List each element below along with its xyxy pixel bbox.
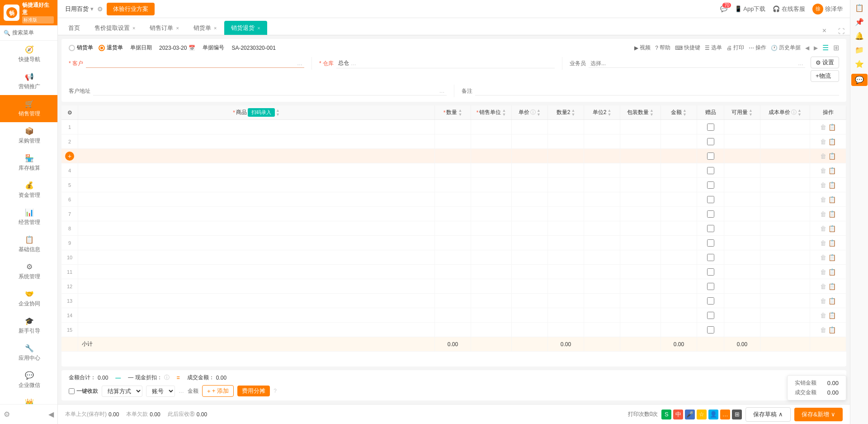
sidebar-item-collab[interactable]: 🤝 企业协同 [0,285,57,312]
delete-row-icon[interactable]: 🗑 [820,254,826,261]
gift-checkbox[interactable] [707,124,714,131]
action-shortcut-btn[interactable]: ⌨ 快捷键 [675,44,700,52]
gift-checkbox[interactable] [707,326,714,333]
price-cell[interactable] [512,134,548,149]
nav-next-btn[interactable]: ▶ [814,45,818,51]
qty-cell[interactable] [435,134,471,149]
qty2-cell[interactable] [548,120,584,134]
right-panel-item-3[interactable]: 🔔 [855,32,864,40]
onepay-check[interactable] [69,388,75,394]
qty-cell[interactable] [435,120,471,134]
product-cell[interactable] [78,163,435,178]
product-cell[interactable] [78,207,435,221]
search-menu-button[interactable]: 🔍 搜索菜单 [0,25,57,41]
unit2-cell-active[interactable] [584,149,620,163]
sidebar-item-sales[interactable]: 🛒 销售管理 [0,95,57,122]
table-scroll[interactable]: ⚙ * 商品 扫码录入 ▲▼ [61,105,846,367]
expense-split-btn[interactable]: 费用分摊 [237,386,270,396]
action-video-btn[interactable]: ▶ 视频 [634,44,651,52]
radio-shipper[interactable]: 销货单 [69,44,93,52]
gift-checkbox[interactable] [707,210,714,218]
price-cell-active[interactable] [512,149,548,163]
right-panel-item-4[interactable]: 📁 [855,46,864,54]
customer-input[interactable] [88,60,297,67]
icon-star[interactable]: ☆ [697,410,707,419]
unit2-cell[interactable] [584,134,620,149]
gift-checkbox[interactable] [707,138,714,145]
gift-checkbox[interactable] [707,225,714,232]
delete-row-icon[interactable]: 🗑 [820,138,826,145]
tab-sales-return[interactable]: 销货退货 × [224,21,267,35]
view-list-btn[interactable]: ☰ [822,43,829,52]
action-history-btn[interactable]: 🕐 历史单据 [771,44,801,52]
save-draft-btn[interactable]: 保存草稿 ∧ [745,407,791,422]
copy-row-icon[interactable]: 📋 [828,297,836,305]
product-cell[interactable] [78,308,435,323]
copy-row-icon[interactable]: 📋 [828,225,836,232]
qty2-sort[interactable]: ▲▼ [571,109,575,117]
delete-row-icon[interactable]: 🗑 [820,152,826,160]
gift-checkbox-active[interactable] [707,152,714,160]
tab-price-extract-close[interactable]: × [132,25,135,31]
delete-row-icon[interactable]: 🗑 [820,225,826,232]
qty2-cell-active[interactable] [548,149,584,163]
copy-row-icon[interactable]: 📋 [828,254,836,261]
unit2-sort[interactable]: ▲▼ [607,109,611,117]
sidebar-item-guide[interactable]: 🎓 新手引导 [0,312,57,339]
sidebar-item-marketing[interactable]: 📢 营销推广 [0,68,57,95]
sidebar-item-basic-info[interactable]: 📋 基础信息 [0,231,57,258]
settings-icon[interactable]: ⚙ [67,110,72,116]
product-cell[interactable] [78,178,435,192]
icon-more[interactable]: … [720,410,730,419]
product-cell[interactable] [78,236,435,250]
price-input[interactable] [515,124,544,130]
sidebar-item-apps[interactable]: 🔧 应用中心 [0,339,57,367]
tab-close-all-btn[interactable]: × [817,27,832,35]
delete-row-icon[interactable]: 🗑 [820,210,826,218]
experience-btn[interactable]: 体验行业方案 [107,3,155,15]
copy-row-icon[interactable]: 📋 [828,283,836,290]
tab-home[interactable]: 首页 [61,21,87,35]
product-cell[interactable] [78,323,435,337]
nav-prev-btn[interactable]: ◀ [805,45,809,51]
copy-row-icon[interactable]: 📋 [828,326,836,333]
sidebar-collapse-btn[interactable]: ◀ [48,410,54,419]
qty-cell-active[interactable] [435,149,471,163]
available-cell[interactable] [724,134,760,149]
gift-checkbox[interactable] [707,297,714,305]
pkg-qty-cell[interactable] [620,134,661,149]
icon-person[interactable]: 👤 [708,410,718,419]
unit-cell[interactable] [471,120,512,134]
delete-row-icon[interactable]: 🗑 [820,312,826,319]
sidebar-item-inventory[interactable]: 🏪 库存核算 [0,149,57,176]
qty-input[interactable] [439,124,467,130]
sidebar-item-purchase[interactable]: 📦 采购管理 [0,122,57,149]
amount-cell[interactable] [661,134,697,149]
cost-price-cell-active[interactable] [760,149,810,163]
pkg-qty-cell[interactable] [620,120,661,134]
product-cell[interactable] [78,192,435,207]
gift-cell[interactable] [697,134,724,149]
product-input[interactable] [82,138,431,145]
price-info-icon[interactable]: ⓘ [530,109,536,116]
unit-sort[interactable]: ▲▼ [502,109,506,117]
unit-input[interactable] [475,124,508,130]
add-payment-btn[interactable]: + + 添加 [202,385,234,397]
sidebar-item-wechat[interactable]: 💬 企业微信 [0,367,57,394]
amount-sort[interactable]: ▲▼ [683,109,687,117]
delete-row-icon[interactable]: 🗑 [820,196,826,203]
amount-cell[interactable] [661,120,697,134]
amount-cell-active[interactable] [661,149,697,163]
copy-row-icon[interactable]: 📋 [828,124,836,131]
user-menu[interactable]: 徐 徐泽华 [812,4,843,14]
copy-row-icon[interactable]: 📋 [828,138,836,145]
view-grid-btn[interactable]: ⊞ [833,43,839,52]
copy-row-icon[interactable]: 📋 [828,196,836,203]
action-print-btn[interactable]: 🖨 打印 [726,44,744,52]
action-operate-btn[interactable]: ⋯ 操作 [749,44,766,52]
cost-sort[interactable]: ▲▼ [797,109,802,117]
pkg-qty-cell-active[interactable] [620,149,661,163]
product-sort[interactable]: ▲▼ [276,109,280,117]
copy-row-icon[interactable]: 📋 [828,210,836,218]
delete-row-icon[interactable]: 🗑 [820,167,826,174]
